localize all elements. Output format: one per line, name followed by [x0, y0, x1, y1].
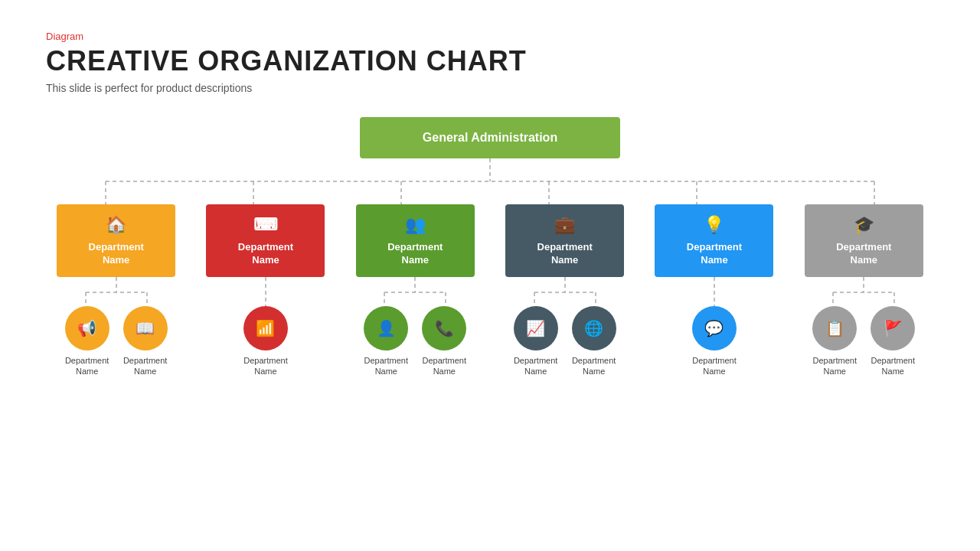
sub-circle-6a: 📋 — [812, 306, 857, 350]
graduation-icon: 🎓 — [854, 214, 874, 236]
sub-item-6b: 🚩 DepartmentName — [871, 306, 915, 377]
sub-circle-3a: 👤 — [364, 306, 408, 350]
sub-item-6a: 📋 DepartmentName — [812, 306, 857, 377]
briefcase-icon: 💼 — [554, 214, 575, 236]
dept-name-6: DepartmentName — [836, 241, 891, 267]
sub-label-5a: DepartmentName — [692, 355, 736, 377]
sub-item-1a: 📢 DepartmentName — [65, 306, 109, 377]
sub-row-1: 📢 DepartmentName 📖 DepartmentName — [46, 306, 186, 377]
sub-label-1a: DepartmentName — [65, 355, 109, 377]
departments-row: 🏠 DepartmentName 📢 DepartmentName — [46, 204, 934, 377]
dept-box-5: 💡 DepartmentName — [655, 204, 773, 277]
sub-label-3a: DepartmentName — [364, 355, 408, 377]
dept-box-1: 🏠 DepartmentName — [57, 204, 175, 277]
slide: Diagram CREATIVE ORGANIZATION CHART This… — [0, 0, 980, 551]
dept-column-3: 👥 DepartmentName 👤 DepartmentName 📞 — [345, 204, 485, 377]
dept-box-3: 👥 DepartmentName — [356, 204, 475, 277]
sub-item-4a: 📈 DepartmentName — [514, 306, 558, 377]
sub-circle-4a: 📈 — [514, 306, 558, 350]
sub-item-3a: 👤 DepartmentName — [364, 306, 408, 377]
sub-circle-5a: 💬 — [692, 306, 737, 350]
sub-circle-2a: 📶 — [243, 306, 288, 350]
sub-item-2a: 📶 DepartmentName — [243, 306, 288, 377]
sub-circle-4b: 🌐 — [572, 306, 616, 350]
dept-name-5: DepartmentName — [687, 241, 742, 267]
sub-circle-6b: 🚩 — [871, 306, 915, 350]
sub-circle-3b: 📞 — [422, 306, 466, 350]
sub-conn-5 — [684, 277, 745, 306]
sub-circle-1b: 📖 — [123, 306, 168, 350]
dept-box-4: 💼 DepartmentName — [505, 204, 624, 277]
sub-row-2: 📶 DepartmentName — [195, 306, 335, 377]
header-title: CREATIVE ORGANIZATION CHART — [46, 45, 934, 77]
sub-row-5: 💬 DepartmentName — [644, 306, 784, 377]
top-connectors — [46, 158, 934, 204]
top-node: General Administration — [360, 117, 620, 158]
sub-conn-6 — [814, 277, 913, 306]
sub-label-6b: DepartmentName — [871, 355, 915, 377]
people-icon: 👥 — [405, 214, 426, 236]
sub-conn-3 — [365, 277, 465, 306]
dept-name-2: DepartmentName — [238, 241, 293, 267]
dept-column-5: 💡 DepartmentName 💬 DepartmentName — [644, 204, 784, 377]
dept-column-4: 💼 DepartmentName 📈 DepartmentName 🌐 — [495, 204, 635, 377]
dept-box-2: ⌨ DepartmentName — [206, 204, 325, 277]
sub-label-4a: DepartmentName — [514, 355, 557, 377]
sub-label-1b: DepartmentName — [123, 355, 167, 377]
sub-conn-2 — [235, 277, 296, 306]
home-icon: 🏠 — [106, 214, 126, 236]
dept-name-4: DepartmentName — [537, 241, 593, 267]
dept-column-6: 🎓 DepartmentName 📋 DepartmentName 🚩 — [794, 204, 934, 377]
dept-column-2: ⌨ DepartmentName 📶 DepartmentName — [195, 204, 335, 377]
sub-label-2a: DepartmentName — [243, 355, 287, 377]
sub-conn-1 — [67, 277, 166, 306]
sub-item-1b: 📖 DepartmentName — [123, 306, 168, 377]
lightbulb-icon: 💡 — [704, 214, 724, 236]
dept-name-3: DepartmentName — [387, 241, 443, 267]
sub-item-4b: 🌐 DepartmentName — [572, 306, 616, 377]
sub-row-4: 📈 DepartmentName 🌐 DepartmentName — [495, 306, 635, 377]
org-chart: General Administration 🏠 — [46, 117, 934, 377]
sub-label-3b: DepartmentName — [423, 355, 466, 377]
keyboard-icon: ⌨ — [253, 214, 278, 236]
dept-column-1: 🏠 DepartmentName 📢 DepartmentName — [46, 204, 186, 377]
sub-item-5a: 💬 DepartmentName — [692, 306, 737, 377]
sub-conn-4 — [515, 277, 615, 306]
sub-row-3: 👤 DepartmentName 📞 DepartmentName — [345, 306, 485, 377]
sub-item-3b: 📞 DepartmentName — [422, 306, 466, 377]
sub-row-6: 📋 DepartmentName 🚩 DepartmentName — [794, 306, 934, 377]
header-subtitle: This slide is perfect for product descri… — [46, 82, 934, 94]
sub-circle-1a: 📢 — [65, 306, 109, 350]
sub-label-4b: DepartmentName — [572, 355, 616, 377]
dept-name-1: DepartmentName — [89, 241, 144, 267]
sub-label-6a: DepartmentName — [813, 355, 857, 377]
dept-box-6: 🎓 DepartmentName — [805, 204, 923, 277]
header-label: Diagram — [46, 31, 934, 42]
